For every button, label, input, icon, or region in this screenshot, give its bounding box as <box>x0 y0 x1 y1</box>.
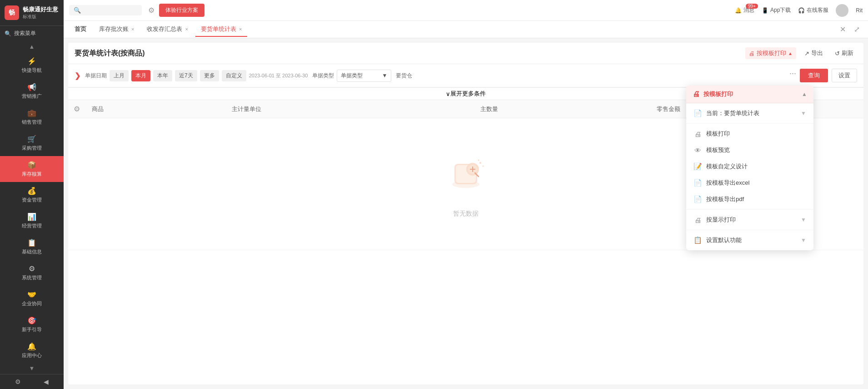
sidebar-bottom: ⚙ ◀ <box>0 374 64 389</box>
sidebar-item-app-center[interactable]: 🔔 应用中心 <box>0 338 64 363</box>
sidebar-item-enterprise[interactable]: 🤝 企业协同 <box>0 286 64 312</box>
sidebar-item-system[interactable]: ⚙ 系统管理 <box>0 260 64 286</box>
sidebar-item-quick-nav[interactable]: ⚡ 快捷导航 <box>0 52 64 78</box>
default-fn-label: 设置默认功能 <box>706 236 742 244</box>
query-btn[interactable]: 查询 <box>800 69 828 82</box>
template-custom-icon: 📝 <box>693 162 702 171</box>
system-icon: ⚙ <box>29 264 35 273</box>
order-type-value: 单据类型 <box>341 72 363 80</box>
guide-icon: 🎯 <box>27 316 36 325</box>
tab-home-label: 首页 <box>75 25 86 33</box>
sidebar: 畅 畅康通好生意 标准版 🔍 搜索菜单 ▲ ⚡ 快捷导航 📢 营销推广 💼 销售… <box>0 0 64 389</box>
finance-label: 资金管理 <box>22 197 42 203</box>
sidebar-item-marketing[interactable]: 📢 营销推广 <box>0 78 64 104</box>
sidebar-item-guide[interactable]: 🎯 新手引导 <box>0 312 64 338</box>
sidebar-item-inventory[interactable]: 📦 库存核算 <box>0 156 64 182</box>
sidebar-item-purchase[interactable]: 🛒 采购管理 <box>0 130 64 156</box>
sidebar-item-operation[interactable]: 📊 经营管理 <box>0 208 64 234</box>
experience-btn[interactable]: 体验行业方案 <box>159 4 205 17</box>
default-fn-left: 📋 设置默认功能 <box>693 236 742 244</box>
tab-order-summary-label: 要货单统计表 <box>201 25 236 33</box>
col-quantity: 主数量 <box>475 100 651 118</box>
goods-filter-label: 要货仓 <box>396 72 412 80</box>
tab-order-summary[interactable]: 要货单统计表 × <box>195 22 247 37</box>
tab-order-summary-close[interactable]: × <box>239 26 242 32</box>
logo-icon: 畅 <box>5 5 19 20</box>
window-maximize-btn[interactable]: ⤢ <box>851 24 863 35</box>
refresh-btn[interactable]: ↺ 刷新 <box>831 47 857 59</box>
sidebar-scroll-up[interactable]: ▲ <box>0 41 64 52</box>
tabs-bar: 首页 库存批次账 × 收发存汇总表 × 要货单统计表 × ✕ ⤢ <box>64 21 868 38</box>
export-btn[interactable]: ↗ 导出 <box>801 47 827 59</box>
online-service-btn[interactable]: 🎧 在线客服 <box>798 6 828 14</box>
app-download-btn[interactable]: 📱 App下载 <box>762 6 791 14</box>
template-preview-label: 模板预览 <box>706 146 806 154</box>
operation-label: 经营管理 <box>22 222 42 229</box>
dropdown-template-custom[interactable]: 📝 模板自定义设计 <box>686 158 813 175</box>
tab-batch-accounts[interactable]: 库存批次账 × <box>94 22 140 37</box>
topbar-search-area[interactable]: 🔍 <box>69 5 142 15</box>
filter-toggle-btn[interactable]: ❯ <box>75 71 80 80</box>
sidebar-item-sales[interactable]: 💼 销售管理 <box>0 104 64 130</box>
search-icon: 🔍 <box>5 30 11 37</box>
topbar-gear-icon[interactable]: ⚙ <box>148 6 155 15</box>
enterprise-label: 企业协同 <box>22 300 42 307</box>
filter-settings-btn[interactable]: 设置 <box>832 69 857 82</box>
tab-batch-accounts-close[interactable]: × <box>131 26 134 32</box>
default-fn-item[interactable]: 📋 设置默认功能 ▼ <box>686 232 813 248</box>
sidebar-settings-btn[interactable]: ⚙ <box>15 378 21 385</box>
dropdown-header[interactable]: 🖨 按模板打印 ▲ <box>686 86 813 103</box>
operation-icon: 📊 <box>27 212 36 221</box>
app-center-icon: 🔔 <box>27 342 36 351</box>
tab-home[interactable]: 首页 <box>69 22 92 37</box>
print-dropdown-menu: 🖨 按模板打印 ▲ 📄 当前：要货单统计表 ▼ 🖨 模板打印 👁 <box>686 86 813 250</box>
date-filter-label: 单据日期 <box>85 72 107 80</box>
display-print-item[interactable]: 🖨 按显示打印 ▼ <box>686 212 813 228</box>
display-print-icon: 🖨 <box>693 216 702 224</box>
sidebar-nav: ⚡ 快捷导航 📢 营销推广 💼 销售管理 🛒 采购管理 📦 库存核算 💰 资金管… <box>0 52 64 363</box>
date-more-btn[interactable]: 更多 <box>200 70 219 81</box>
date-last-month-btn[interactable]: 上月 <box>110 70 129 81</box>
topbar-search-input[interactable] <box>84 7 129 14</box>
expand-icon: ∨ <box>446 91 450 97</box>
print-btn[interactable]: 🖨 按模板打印 ▲ <box>745 47 796 59</box>
filter-controls: ❯ 单据日期 上月 本月 本年 近7天 更多 自定义 2023-06-01 至 … <box>68 64 863 87</box>
date-this-month-btn[interactable]: 本月 <box>131 70 150 81</box>
dropdown-template-excel[interactable]: 📄 按模板导出excel <box>686 175 813 191</box>
user-avatar[interactable] <box>836 4 848 17</box>
sidebar-collapse-btn[interactable]: ◀ <box>44 378 49 385</box>
template-pdf-label: 按模板导出pdf <box>706 195 806 203</box>
tab-collection-summary-close[interactable]: × <box>185 26 188 32</box>
empty-illustration <box>443 150 489 204</box>
sidebar-item-basic[interactable]: 📋 基础信息 <box>0 234 64 260</box>
app-center-label: 应用中心 <box>22 352 42 359</box>
dropdown-close-icon[interactable]: ▲ <box>802 91 807 97</box>
order-type-select[interactable]: 单据类型 ▼ <box>337 70 391 82</box>
date-filter-group: 单据日期 上月 本月 本年 近7天 更多 自定义 2023-06-01 至 20… <box>85 70 308 81</box>
table-settings-icon[interactable]: ⚙ <box>74 105 80 113</box>
dropdown-template-preview[interactable]: 👁 模板预览 <box>686 142 813 158</box>
purchase-label: 采购管理 <box>22 145 42 152</box>
sidebar-search[interactable]: 🔍 搜索菜单 <box>0 26 64 41</box>
template-excel-icon: 📄 <box>693 179 702 187</box>
guide-label: 新手引导 <box>22 326 42 333</box>
template-custom-label: 模板自定义设计 <box>706 162 806 171</box>
order-type-chevron-icon: ▼ <box>382 72 387 79</box>
dropdown-template-pdf[interactable]: 📄 按模板导出pdf <box>686 191 813 207</box>
dropdown-template-print[interactable]: 🖨 模板打印 <box>686 126 813 142</box>
date-last-7-btn[interactable]: 近7天 <box>175 70 197 81</box>
date-this-year-btn[interactable]: 本年 <box>153 70 172 81</box>
svg-point-9 <box>483 166 484 167</box>
messages-btn[interactable]: 🔔 消息 99+ <box>735 6 754 14</box>
sidebar-scroll-down[interactable]: ▼ <box>0 363 64 374</box>
display-print-label: 按显示打印 <box>706 216 736 224</box>
template-pdf-icon: 📄 <box>693 195 702 203</box>
search-icon: 🔍 <box>74 7 81 14</box>
tab-collection-summary[interactable]: 收发存汇总表 × <box>141 22 193 37</box>
window-close-btn[interactable]: ✕ <box>837 24 848 35</box>
more-options-btn[interactable]: ··· <box>789 69 796 82</box>
date-custom-btn[interactable]: 自定义 <box>222 70 246 81</box>
sidebar-item-finance[interactable]: 💰 资金管理 <box>0 182 64 208</box>
dropdown-current-item[interactable]: 📄 当前：要货单统计表 ▼ <box>686 105 813 121</box>
col-product: 商品 <box>86 100 226 118</box>
